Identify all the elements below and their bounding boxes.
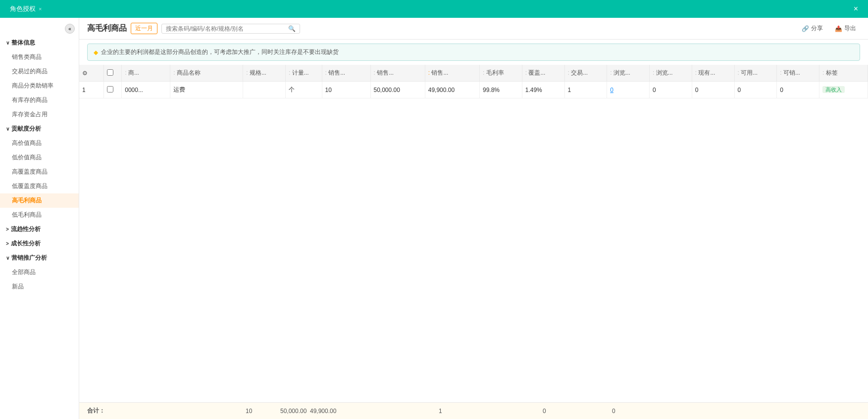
nav-item-角色授权[interactable]: 角色授权× xyxy=(4,0,60,18)
sidebar-item-新品[interactable]: 新品 xyxy=(0,279,79,294)
sidebar-collapse-button[interactable]: « xyxy=(65,24,75,34)
col-header-1[interactable] xyxy=(103,65,122,82)
share-button[interactable]: 🔗 分享 xyxy=(798,24,827,33)
col-header-label: 商... xyxy=(128,69,139,76)
footer-cell-10 xyxy=(470,408,505,415)
col-header-label: 浏览... xyxy=(613,69,630,76)
available: 0 xyxy=(734,82,777,98)
window-close-button[interactable]: × xyxy=(848,4,864,13)
footer-cell-8 xyxy=(391,408,436,415)
col-header-label: 毛利率 xyxy=(486,69,504,76)
search-input[interactable] xyxy=(166,25,288,32)
footer-cell-16 xyxy=(678,408,713,415)
sidebar-group-整体信息[interactable]: ∨整体信息 xyxy=(0,36,79,50)
footer-cell-11 xyxy=(505,408,540,415)
col-header-3[interactable]: : 商品名称 xyxy=(170,65,243,82)
col-header-label: 现有... xyxy=(698,69,715,76)
col-header-label: 销售... xyxy=(377,69,394,76)
footer-cell-17 xyxy=(713,408,753,415)
footer-cell-14: 0 xyxy=(609,408,644,415)
col-header-13[interactable]: : 浏览... xyxy=(650,65,692,82)
col-header-12[interactable]: : 浏览... xyxy=(607,65,650,82)
col-resize-handle: : xyxy=(822,69,824,76)
sidebar: « ∨整体信息销售类商品交易过的商品商品分类助销率有库存的商品库存资金占用∨贡献… xyxy=(0,18,79,419)
col-header-label: 可用... xyxy=(741,69,758,76)
footer-cell-6: 49,900.00 xyxy=(307,408,347,415)
chevron-icon: ∨ xyxy=(6,126,9,132)
sidebar-item-库存资金占用[interactable]: 库存资金占用 xyxy=(0,107,79,122)
row-number: 1 xyxy=(79,82,103,98)
sidebar-item-低覆盖度商品[interactable]: 低覆盖度商品 xyxy=(0,179,79,193)
product-tag-badge: 高收入 xyxy=(822,86,845,93)
footer-cell-3 xyxy=(183,408,243,415)
footer-bar: 合计： 1050,000.0049,900.00100 xyxy=(79,402,868,419)
col-header-15[interactable]: : 可用... xyxy=(734,65,777,82)
product-code: 0000... xyxy=(122,82,170,98)
col-header-label: 交易... xyxy=(571,69,588,76)
col-header-16[interactable]: : 可销... xyxy=(777,65,819,82)
coverage-rate: 1.49% xyxy=(522,82,564,98)
col-header-4[interactable]: : 规格... xyxy=(243,65,286,82)
main-layout: « ∨整体信息销售类商品交易过的商品商品分类助销率有库存的商品库存资金占用∨贡献… xyxy=(0,18,868,419)
export-button[interactable]: 📤 导出 xyxy=(831,24,860,33)
sidebar-group-label: 成长性分析 xyxy=(11,239,41,248)
row-select-checkbox[interactable] xyxy=(107,86,113,93)
page-title: 高毛利商品 xyxy=(87,23,127,34)
footer-cell-0 xyxy=(109,408,129,415)
col-resize-handle: : xyxy=(568,69,569,76)
col-header-8[interactable]: : 销售... xyxy=(425,65,479,82)
col-resize-handle: : xyxy=(325,69,327,76)
row-checkbox[interactable] xyxy=(103,82,122,98)
sales-profit: 49,900.00 xyxy=(425,82,479,98)
sidebar-item-销售类商品[interactable]: 销售类商品 xyxy=(0,50,79,64)
col-header-17[interactable]: : 标签 xyxy=(819,65,868,82)
sidebar-item-交易过的商品[interactable]: 交易过的商品 xyxy=(0,64,79,79)
sidebar-group-流趋性分析[interactable]: >流趋性分析 xyxy=(0,222,79,236)
sidebar-item-低价值商品[interactable]: 低价值商品 xyxy=(0,150,79,165)
sidebar-group-成长性分析[interactable]: >成长性分析 xyxy=(0,236,79,251)
sidebar-item-高毛利商品[interactable]: 高毛利商品 xyxy=(0,193,79,208)
nav-close-icon[interactable]: × xyxy=(39,6,42,12)
col-header-14[interactable]: : 现有... xyxy=(692,65,734,82)
sidebar-item-有库存的商品[interactable]: 有库存的商品 xyxy=(0,93,79,107)
sidebar-group-贡献度分析[interactable]: ∨贡献度分析 xyxy=(0,122,79,136)
sidebar-item-高价值商品[interactable]: 高价值商品 xyxy=(0,136,79,150)
info-banner: ◆ 企业的主要的利润都是这部分商品创造的，可考虑加大推广，同时关注库存是不要出现… xyxy=(87,44,860,61)
col-header-9[interactable]: : 毛利率 xyxy=(480,65,522,82)
col-header-0[interactable]: ⚙ xyxy=(79,65,103,82)
product-spec xyxy=(243,82,286,98)
col-header-2[interactable]: : 商... xyxy=(122,65,170,82)
sidebar-item-高覆盖度商品[interactable]: 高覆盖度商品 xyxy=(0,165,79,179)
col-header-7[interactable]: : 销售... xyxy=(370,65,425,82)
browse1[interactable]: 0 xyxy=(607,82,650,98)
filter-button[interactable]: 近一月 xyxy=(131,23,157,34)
col-header-5[interactable]: : 计量... xyxy=(286,65,322,82)
footer-cell-13 xyxy=(574,408,609,415)
col-header-label: 销售... xyxy=(328,69,345,76)
search-box: 🔍 xyxy=(161,24,300,34)
sidebar-group-营销推广分析[interactable]: ∨营销推广分析 xyxy=(0,251,79,265)
col-sort-indicator: : xyxy=(428,69,430,76)
col-header-11[interactable]: : 交易... xyxy=(564,65,607,82)
sidebar-group-label: 营销推广分析 xyxy=(11,254,47,262)
sidebar-item-全部商品[interactable]: 全部商品 xyxy=(0,265,79,279)
product-name: 运费 xyxy=(170,82,243,98)
table-container[interactable]: ⚙: 商...: 商品名称: 规格...: 计量...: 销售...: 销售..… xyxy=(79,65,868,402)
col-resize-handle: : xyxy=(695,69,697,76)
search-icon[interactable]: 🔍 xyxy=(288,25,296,32)
share-icon: 🔗 xyxy=(802,25,809,32)
browse-link[interactable]: 0 xyxy=(610,87,613,93)
sellable: 0 xyxy=(777,82,819,98)
col-header-10[interactable]: : 覆盖... xyxy=(522,65,564,82)
col-header-label: 覆盖... xyxy=(528,69,545,76)
settings-icon[interactable]: ⚙ xyxy=(82,70,88,77)
sidebar-group-label: 流趋性分析 xyxy=(11,225,41,233)
select-all-checkbox[interactable] xyxy=(107,69,113,76)
sidebar-item-低毛利商品[interactable]: 低毛利商品 xyxy=(0,208,79,222)
col-resize-handle: : xyxy=(483,69,484,76)
product-tag[interactable]: 高收入 xyxy=(819,82,868,98)
footer-cell-5: 50,000.00 xyxy=(277,408,307,415)
col-header-6[interactable]: : 销售... xyxy=(322,65,370,82)
sidebar-item-商品分类助销率[interactable]: 商品分类助销率 xyxy=(0,79,79,93)
table-head: ⚙: 商...: 商品名称: 规格...: 计量...: 销售...: 销售..… xyxy=(79,65,868,82)
